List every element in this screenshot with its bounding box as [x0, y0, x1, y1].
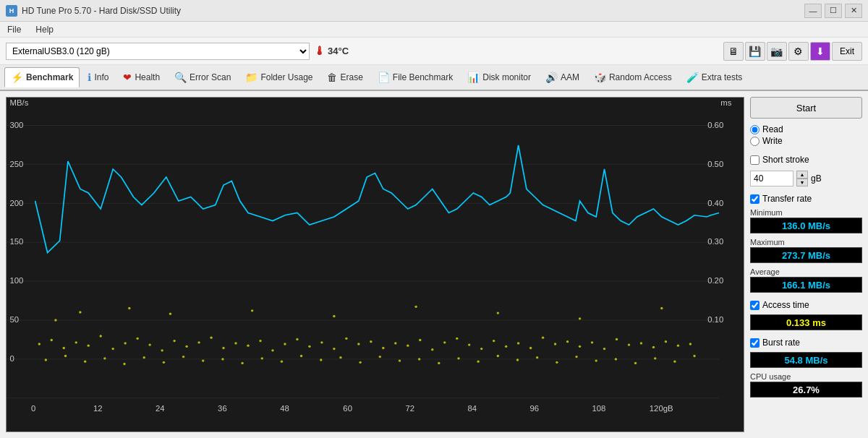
svg-point-49 — [210, 337, 212, 339]
svg-point-83 — [628, 343, 630, 345]
svg-point-89 — [45, 358, 47, 361]
svg-point-36 — [51, 339, 53, 341]
tab-extra-tests[interactable]: 🧪 Extra tests — [680, 67, 749, 87]
toolbar: ExternalUSB3.0 (120 gB) 🌡 34°C 🖥 💾 📷 ⚙ ⬇… — [0, 38, 868, 65]
svg-point-51 — [234, 342, 237, 344]
svg-text:120gB: 120gB — [650, 405, 673, 413]
tab-benchmark[interactable]: ⚡ Benchmark — [4, 67, 80, 87]
tab-folder-usage-label: Folder Usage — [260, 72, 312, 82]
maximum-label: Maximum — [750, 238, 862, 246]
menu-bar: File Help — [0, 22, 868, 38]
svg-point-72 — [493, 340, 495, 342]
svg-point-42 — [124, 342, 126, 344]
info-icon: ℹ — [88, 72, 91, 83]
burst-rate-row[interactable]: Burst rate — [750, 338, 862, 348]
svg-point-102 — [300, 355, 302, 357]
short-stroke-checkbox[interactable] — [750, 155, 760, 165]
cpu-usage-value: 26.7% — [750, 382, 862, 398]
start-button[interactable]: Start — [750, 97, 862, 119]
svg-text:36: 36 — [218, 405, 227, 413]
access-time-checkbox[interactable] — [750, 301, 760, 310]
svg-text:84: 84 — [467, 405, 477, 413]
svg-point-120 — [654, 357, 656, 359]
svg-point-76 — [542, 337, 544, 339]
drive-selector[interactable]: ExternalUSB3.0 (120 gB) — [6, 43, 310, 60]
burst-rate-label: Burst rate — [762, 338, 800, 348]
spinner-unit: gB — [811, 173, 822, 184]
svg-point-61 — [357, 343, 359, 345]
minimize-button[interactable]: — — [804, 4, 822, 18]
svg-text:0.60: 0.60 — [707, 121, 723, 129]
read-radio[interactable] — [750, 125, 760, 134]
exit-button[interactable]: Exit — [832, 42, 862, 61]
svg-point-37 — [63, 347, 65, 349]
toolbar-btn-download[interactable]: ⬇ — [810, 42, 830, 61]
read-radio-row[interactable]: Read — [750, 124, 862, 134]
close-button[interactable]: ✕ — [845, 4, 862, 18]
svg-point-106 — [379, 356, 381, 358]
svg-point-90 — [64, 355, 67, 357]
access-time-row[interactable]: Access time — [750, 300, 862, 310]
spinner-down[interactable]: ▼ — [796, 179, 808, 186]
svg-point-65 — [407, 345, 409, 347]
tab-file-benchmark[interactable]: 📄 File Benchmark — [371, 67, 459, 87]
health-icon: ❤ — [123, 72, 132, 83]
svg-point-84 — [640, 342, 642, 344]
tab-random-access[interactable]: 🎲 Random Access — [587, 67, 678, 87]
svg-point-35 — [38, 343, 41, 345]
toolbar-btn-2[interactable]: 💾 — [745, 42, 765, 61]
toolbar-btn-settings[interactable]: ⚙ — [788, 42, 809, 61]
svg-point-69 — [456, 338, 458, 340]
tab-erase-label: Erase — [340, 72, 362, 82]
tab-health[interactable]: ❤ Health — [116, 67, 166, 87]
tab-error-scan[interactable]: 🔍 Error Scan — [168, 67, 237, 87]
svg-text:60: 60 — [343, 405, 352, 413]
toolbar-btn-camera[interactable]: 📷 — [767, 42, 787, 61]
svg-point-57 — [308, 345, 310, 348]
svg-point-127 — [251, 309, 253, 312]
svg-point-79 — [579, 345, 581, 348]
svg-point-48 — [197, 341, 200, 343]
transfer-rate-checkbox[interactable] — [750, 194, 760, 204]
tab-folder-usage[interactable]: 📁 Folder Usage — [239, 67, 319, 87]
tab-info[interactable]: ℹ Info — [81, 67, 115, 87]
burst-rate-checkbox[interactable] — [750, 338, 760, 348]
svg-point-95 — [163, 361, 165, 364]
tab-disk-monitor[interactable]: 📊 Disk monitor — [461, 67, 537, 87]
minimum-value: 136.0 MB/s — [750, 218, 862, 233]
svg-point-114 — [536, 356, 538, 358]
short-stroke-input[interactable] — [750, 171, 793, 186]
menu-help[interactable]: Help — [33, 23, 56, 36]
svg-point-68 — [443, 341, 446, 343]
svg-point-63 — [382, 347, 384, 349]
svg-point-97 — [202, 359, 204, 361]
svg-point-54 — [271, 349, 273, 351]
maximum-value: 273.7 MB/s — [750, 247, 862, 263]
access-time-value: 0.133 ms — [750, 314, 862, 330]
menu-file[interactable]: File — [4, 23, 24, 36]
write-radio[interactable] — [750, 137, 760, 146]
spinner-up[interactable]: ▲ — [796, 171, 808, 179]
svg-point-118 — [615, 358, 617, 360]
main-content: MB/s 300 250 200 150 100 50 0 ms 0.60 0.… — [0, 91, 868, 438]
svg-text:24: 24 — [156, 405, 165, 413]
write-radio-row[interactable]: Write — [750, 136, 862, 146]
svg-point-117 — [595, 359, 597, 361]
transfer-rate-row[interactable]: Transfer rate — [750, 194, 862, 204]
svg-point-80 — [591, 341, 593, 343]
svg-point-86 — [665, 340, 667, 343]
short-stroke-row[interactable]: Short stroke — [750, 155, 862, 165]
svg-point-91 — [84, 361, 86, 363]
svg-text:0.30: 0.30 — [707, 238, 723, 246]
maximize-button[interactable]: ☐ — [825, 4, 842, 18]
svg-point-111 — [477, 361, 479, 363]
tab-aam[interactable]: 🔊 AAM — [539, 67, 586, 87]
average-label: Average — [750, 267, 862, 276]
tab-erase[interactable]: 🗑 Erase — [320, 67, 369, 87]
svg-point-75 — [529, 347, 532, 349]
tab-health-label: Health — [135, 72, 160, 82]
minimum-group: Minimum 136.0 MB/s — [750, 208, 862, 233]
temperature-value: 34°C — [328, 46, 349, 56]
toolbar-btn-1[interactable]: 🖥 — [723, 42, 744, 61]
svg-point-39 — [88, 345, 90, 347]
